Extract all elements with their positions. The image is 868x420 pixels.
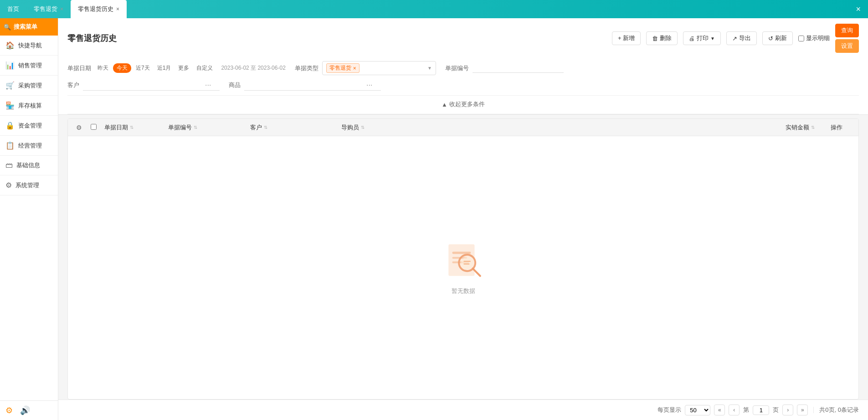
window-close-button[interactable]: × xyxy=(848,5,868,14)
sidebar-bottom: ⚙ 🔊 xyxy=(0,400,58,420)
table-header: ⚙ 单据日期 ⇅ 单据编号 ⇅ 客户 ⇅ xyxy=(68,119,858,136)
th-action-label: 操作 xyxy=(831,123,842,132)
tab-retail-return-history[interactable]: 零售退货历史 × xyxy=(71,0,127,18)
date-yesterday[interactable]: 昨天 xyxy=(95,63,111,73)
pagination-divider xyxy=(813,407,814,413)
table-area: ⚙ 单据日期 ⇅ 单据编号 ⇅ 客户 ⇅ xyxy=(58,115,868,400)
pagination-bar: 每页显示 20 50 100 « ‹ 第 页 › » 共0页, 0条记录 xyxy=(58,400,868,420)
sidebar-item-quick-nav-label: 快捷导航 xyxy=(18,41,42,50)
sidebar-search[interactable]: 🔍 搜索菜单 xyxy=(0,18,58,36)
print-button[interactable]: 🖨 打印 ▼ xyxy=(683,31,721,45)
th-number-sort-icon: ⇅ xyxy=(194,125,197,130)
query-button[interactable]: 查询 xyxy=(835,24,859,37)
doc-type-tag-close[interactable]: × xyxy=(353,65,356,72)
sidebar-item-basic-info[interactable]: 🗃 基础信息 xyxy=(0,156,58,175)
th-customer[interactable]: 客户 ⇅ xyxy=(247,123,338,132)
doc-num-input[interactable] xyxy=(473,64,564,73)
settings-bottom-icon[interactable]: ⚙ xyxy=(5,405,13,415)
goods-dots-icon[interactable]: ··· xyxy=(366,81,372,89)
date-today[interactable]: 今天 xyxy=(113,63,131,73)
th-amount-label: 实销金额 xyxy=(786,123,809,132)
th-guide[interactable]: 导购员 ⇅ xyxy=(338,123,764,132)
select-all-checkbox[interactable] xyxy=(91,124,97,130)
th-action: 操作 xyxy=(818,123,855,132)
sidebar-item-finance-mgmt[interactable]: 🔒 资金管理 xyxy=(0,116,58,136)
tab-home-label: 首页 xyxy=(7,5,19,13)
tab-retail-return[interactable]: 零售退货 × xyxy=(26,0,71,18)
date-1month[interactable]: 近1月 xyxy=(154,63,174,73)
th-customer-sort-icon: ⇅ xyxy=(264,125,267,130)
sidebar-item-basic-info-label: 基础信息 xyxy=(16,161,40,169)
sidebar-item-operations-label: 经营管理 xyxy=(18,142,42,150)
show-detail-checkbox-label[interactable]: 显示明细 xyxy=(798,34,830,42)
sidebar-item-purchase-mgmt[interactable]: 🛒 采购管理 xyxy=(0,76,58,96)
print-chevron-icon: ▼ xyxy=(710,36,715,41)
page-prefix: 第 xyxy=(743,406,749,414)
sidebar-item-sales-mgmt[interactable]: 📊 销售管理 xyxy=(0,56,58,76)
tab-home[interactable]: 首页 xyxy=(0,0,26,18)
toolbar: + 新增 🗑 删除 🖨 打印 ▼ ↗ 导出 xyxy=(612,24,859,53)
th-date-sort-icon: ⇅ xyxy=(130,125,134,130)
doc-type-chevron-icon: ▼ xyxy=(427,66,432,71)
table-settings-icon[interactable]: ⚙ xyxy=(72,124,86,131)
sidebar-item-quick-nav[interactable]: 🏠 快捷导航 xyxy=(0,36,58,56)
date-7days[interactable]: 近7天 xyxy=(133,63,153,73)
top-bar: 首页 零售退货 × 零售退货历史 × × xyxy=(0,0,868,18)
show-detail-label: 显示明细 xyxy=(806,34,830,42)
show-detail-checkbox[interactable] xyxy=(798,36,804,41)
date-range-value: 2023-06-02 至 2023-06-02 xyxy=(221,64,285,72)
sidebar-item-inventory-check[interactable]: 🏪 库存核算 xyxy=(0,96,58,116)
customer-dots-icon[interactable]: ··· xyxy=(205,81,211,89)
doc-type-label: 单据类型 xyxy=(295,64,318,72)
th-number[interactable]: 单据编号 ⇅ xyxy=(164,123,247,132)
next-page-button[interactable]: › xyxy=(782,405,793,415)
page-unit: 页 xyxy=(773,406,779,414)
page-number-input[interactable] xyxy=(753,405,769,415)
sidebar-item-system-mgmt[interactable]: ⚙ 系统管理 xyxy=(0,175,58,195)
empty-illustration xyxy=(441,241,486,282)
operations-icon: 📋 xyxy=(5,141,15,150)
table-select-all-checkbox[interactable] xyxy=(86,123,101,132)
filter-row-2: 客户 ··· 商品 ··· xyxy=(67,80,859,91)
print-icon: 🖨 xyxy=(689,35,695,42)
goods-input[interactable] xyxy=(246,81,365,89)
page-size-select[interactable]: 20 50 100 xyxy=(685,405,710,415)
tab-retail-return-history-label: 零售退货历史 xyxy=(78,5,113,13)
settings-button[interactable]: 设置 xyxy=(835,39,859,53)
doc-type-select[interactable]: 零售退货 × ▼ xyxy=(322,61,436,75)
finance-icon: 🔒 xyxy=(5,121,15,130)
sidebar-item-operations-mgmt[interactable]: 📋 经营管理 xyxy=(0,136,58,156)
system-icon: ⚙ xyxy=(5,181,12,190)
delete-button-label: 删除 xyxy=(660,34,672,42)
tab-retail-return-history-close[interactable]: × xyxy=(116,6,119,12)
refresh-icon: ↺ xyxy=(768,35,773,42)
table-body: 暂无数据 xyxy=(68,136,858,399)
date-custom[interactable]: 自定义 xyxy=(194,63,216,73)
th-date[interactable]: 单据日期 ⇅ xyxy=(101,123,164,132)
delete-icon: 🗑 xyxy=(652,35,658,42)
delete-button[interactable]: 🗑 删除 xyxy=(646,31,678,45)
th-amount[interactable]: 实销金额 ⇅ xyxy=(764,123,818,132)
collapse-filter-button[interactable]: ▲ 收起更多条件 xyxy=(436,98,490,110)
first-page-button[interactable]: « xyxy=(714,405,725,415)
page-title: 零售退货历史 xyxy=(67,33,117,44)
customer-input[interactable] xyxy=(85,81,203,89)
export-button-label: 导出 xyxy=(739,34,751,42)
tab-retail-return-close[interactable]: × xyxy=(60,6,63,12)
export-icon: ↗ xyxy=(732,35,737,42)
search-icon: 🔍 xyxy=(4,24,11,31)
new-button[interactable]: + 新增 xyxy=(612,31,641,45)
svg-point-6 xyxy=(461,257,473,269)
collapse-up-icon: ▲ xyxy=(442,101,447,108)
last-page-button[interactable]: » xyxy=(797,405,808,415)
new-button-label: + 新增 xyxy=(618,34,635,42)
export-button[interactable]: ↗ 导出 xyxy=(726,31,757,45)
volume-icon[interactable]: 🔊 xyxy=(20,405,30,415)
refresh-button[interactable]: ↺ 刷新 xyxy=(762,31,793,45)
home-icon: 🏠 xyxy=(5,41,15,50)
th-guide-sort-icon: ⇅ xyxy=(361,125,365,130)
prev-page-button[interactable]: ‹ xyxy=(729,405,740,415)
date-more[interactable]: 更多 xyxy=(175,63,192,73)
th-amount-sort-icon: ⇅ xyxy=(811,125,815,130)
th-number-label: 单据编号 xyxy=(168,123,192,132)
